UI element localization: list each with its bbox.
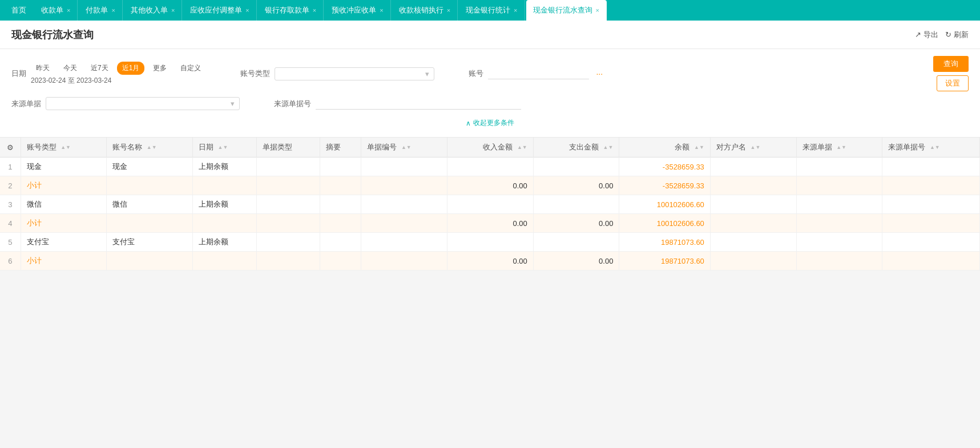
th-source-doc-no[interactable]: 来源单据号 ▲▼ — [882, 138, 980, 158]
nav-tab-yingshoutiaozheng[interactable]: 应收应付调整单 × — [183, 0, 256, 21]
td-balance: 19871073.60 — [619, 233, 710, 252]
nav-tab-shoukuandan[interactable]: 收款单 × — [34, 0, 78, 21]
date-btn-custom[interactable]: 自定义 — [175, 62, 206, 75]
nav-tab-fukuandan[interactable]: 付款单 × — [79, 0, 122, 21]
sort-icon-counterpart: ▲▼ — [750, 145, 760, 150]
account-input[interactable] — [488, 68, 589, 79]
close-icon[interactable]: × — [514, 7, 517, 14]
td-account-type: 支付宝 — [21, 233, 107, 252]
sort-icon-date: ▲▼ — [218, 145, 228, 150]
date-range-display: 2023-02-24 至 2023-03-24 — [31, 76, 206, 86]
nav-tab-yushouchong[interactable]: 预收冲应收单 × — [325, 0, 390, 21]
filter-area: 日期 昨天 今天 近7天 近1月 更多 自定义 2023-02-24 至 202… — [0, 49, 980, 138]
nav-tab-yinhangcunqu[interactable]: 银行存取款单 × — [258, 0, 324, 21]
td-doc-type — [256, 233, 320, 252]
close-icon[interactable]: × — [380, 7, 383, 14]
th-income[interactable]: 收入金额 ▲▼ — [447, 138, 534, 158]
td-counterpart — [710, 233, 796, 252]
nav-tab-shoukuanhexiao[interactable]: 收款核销执行 × — [392, 0, 458, 21]
th-gear[interactable]: ⚙ — [0, 138, 21, 158]
table-row: 2 小计 0.00 0.00 -3528659.33 — [0, 176, 980, 195]
close-icon[interactable]: × — [171, 7, 175, 14]
close-icon[interactable]: × — [596, 7, 599, 14]
close-icon[interactable]: × — [245, 7, 249, 14]
th-doc-no[interactable]: 单据编号 ▲▼ — [361, 138, 447, 158]
td-counterpart — [710, 214, 796, 233]
th-account-name[interactable]: 账号名称 ▲▼ — [107, 138, 193, 158]
th-account-type[interactable]: 账号类型 ▲▼ — [21, 138, 107, 158]
nav-home[interactable]: 首页 — [5, 5, 33, 15]
th-expense[interactable]: 支出金额 ▲▼ — [533, 138, 619, 158]
sort-icon-source-doc-no: ▲▼ — [930, 145, 940, 150]
nav-tab-liushui[interactable]: 现金银行流水查询 × — [526, 0, 607, 21]
td-source-doc — [796, 176, 882, 195]
page-header: 现金银行流水查询 ↗ 导出 ↻ 刷新 — [0, 21, 980, 49]
export-icon: ↗ — [915, 30, 921, 39]
nav-tab-qitashouru[interactable]: 其他收入单 × — [124, 0, 182, 21]
td-date: 上期余额 — [192, 195, 256, 214]
close-icon[interactable]: × — [447, 7, 450, 14]
settings-button[interactable]: 设置 — [937, 75, 969, 91]
td-summary — [320, 176, 361, 195]
td-account-type: 小计 — [21, 252, 107, 271]
close-icon[interactable]: × — [313, 7, 316, 14]
td-date — [192, 214, 256, 233]
nav-tab-xianjinyinhang[interactable]: 现金银行统计 × — [459, 0, 525, 21]
th-source-doc-label: 来源单据 — [802, 143, 832, 151]
date-btn-today[interactable]: 今天 — [58, 62, 82, 75]
filter-row-1: 日期 昨天 今天 近7天 近1月 更多 自定义 2023-02-24 至 202… — [11, 56, 969, 91]
td-income: 0.00 — [447, 252, 534, 271]
top-navigation: 首页 收款单 × 付款单 × 其他收入单 × 应收应付调整单 × 银行存取款单 … — [0, 0, 980, 21]
td-doc-no — [361, 214, 447, 233]
td-num: 1 — [0, 158, 21, 176]
td-doc-no — [361, 158, 447, 176]
td-counterpart — [710, 195, 796, 214]
sort-icon-expense: ▲▼ — [603, 145, 614, 150]
source-doc-num-label: 来源单据号 — [274, 99, 311, 109]
source-doc-select[interactable]: ▾ — [46, 97, 240, 110]
table-row: 1 现金 现金 上期余额 -3528659.33 — [0, 158, 980, 176]
td-balance: -3528659.33 — [619, 158, 710, 176]
th-source-doc[interactable]: 来源单据 ▲▼ — [796, 138, 882, 158]
td-doc-type — [256, 252, 320, 271]
td-counterpart — [710, 252, 796, 271]
account-type-select[interactable]: ▾ — [275, 67, 434, 80]
td-source-doc — [796, 214, 882, 233]
date-btn-yesterday[interactable]: 昨天 — [31, 62, 55, 75]
source-doc-num-input[interactable] — [316, 98, 521, 110]
collapse-bar[interactable]: ∧ 收起更多条件 — [11, 116, 969, 130]
date-btn-7days[interactable]: 近7天 — [86, 62, 114, 75]
th-expense-label: 支出金额 — [569, 143, 599, 151]
td-income — [447, 158, 534, 176]
table-row: 3 微信 微信 上期余额 100102606.60 — [0, 195, 980, 214]
td-date — [192, 252, 256, 271]
th-account-name-label: 账号名称 — [112, 143, 142, 151]
td-summary — [320, 214, 361, 233]
refresh-button[interactable]: ↻ 刷新 — [945, 30, 969, 40]
close-icon[interactable]: × — [111, 7, 115, 14]
th-date[interactable]: 日期 ▲▼ — [192, 138, 256, 158]
query-button[interactable]: 查询 — [933, 56, 969, 72]
th-counterpart[interactable]: 对方户名 ▲▼ — [710, 138, 796, 158]
close-icon[interactable]: × — [67, 7, 70, 14]
td-source-doc — [796, 233, 882, 252]
td-account-name: 微信 — [107, 195, 193, 214]
date-label: 日期 — [11, 68, 26, 79]
td-expense: 0.00 — [533, 252, 619, 271]
td-expense — [533, 195, 619, 214]
date-btn-more[interactable]: 更多 — [148, 62, 172, 75]
td-balance: 100102606.60 — [619, 195, 710, 214]
th-counterpart-label: 对方户名 — [716, 143, 746, 151]
td-account-type: 小计 — [21, 176, 107, 195]
td-source-doc — [796, 158, 882, 176]
table-header-row: ⚙ 账号类型 ▲▼ 账号名称 ▲▼ 日期 ▲▼ 单据类型 摘要 单据编号 ▲▼ — [0, 138, 980, 158]
account-ellipsis-button[interactable]: ··· — [596, 69, 603, 78]
export-button[interactable]: ↗ 导出 — [915, 30, 938, 40]
td-num: 6 — [0, 252, 21, 271]
td-date: 上期余额 — [192, 233, 256, 252]
td-balance: 100102606.60 — [619, 214, 710, 233]
date-btn-1month[interactable]: 近1月 — [117, 62, 145, 75]
th-balance[interactable]: 余额 ▲▼ — [619, 138, 710, 158]
th-doc-type: 单据类型 — [256, 138, 320, 158]
td-doc-no — [361, 252, 447, 271]
